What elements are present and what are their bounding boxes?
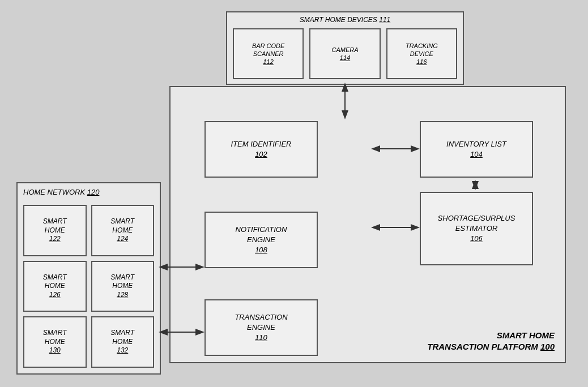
devices-id: 111 xyxy=(379,16,390,24)
camera-box: CAMERA114 xyxy=(309,28,380,79)
platform-box: ITEM IDENTIFIER102 INVENTORY LIST104 NOT… xyxy=(169,86,566,363)
inventory-list-id: 104 xyxy=(470,150,483,158)
diagram-wrapper: SMART HOME DEVICES 111 BAR CODESCANNER11… xyxy=(11,7,577,380)
devices-box: SMART HOME DEVICES 111 BAR CODESCANNER11… xyxy=(226,11,464,85)
devices-title: SMART HOME DEVICES 111 xyxy=(227,16,463,24)
transaction-engine-box: TRANSACTIONENGINE110 xyxy=(204,299,318,356)
barcode-scanner-box: BAR CODESCANNER112 xyxy=(233,28,304,79)
home-network-box: HOME NETWORK 120 SMARTHOME122 SMARTHOME1… xyxy=(16,182,161,375)
smart-home-128: SMARTHOME128 xyxy=(91,261,155,312)
smart-home-132: SMARTHOME132 xyxy=(91,316,155,368)
inventory-list-name: INVENTORY LIST xyxy=(446,140,506,148)
smart-home-124: SMARTHOME124 xyxy=(91,205,155,256)
item-identifier-box: ITEM IDENTIFIER102 xyxy=(204,121,318,178)
smart-home-122: SMARTHOME122 xyxy=(23,205,87,256)
tracking-device-box: TRACKINGDEVICE116 xyxy=(386,28,457,79)
item-identifier-name: ITEM IDENTIFIER xyxy=(231,140,292,148)
platform-label: SMART HOMETRANSACTION PLATFORM 100 xyxy=(427,330,555,352)
shortage-surplus-box: SHORTAGE/SURPLUSESTIMATOR106 xyxy=(420,192,533,265)
inventory-list-box: INVENTORY LIST104 xyxy=(420,121,533,178)
smart-grid: SMARTHOME122 SMARTHOME124 SMARTHOME126 S… xyxy=(23,205,154,368)
devices-title-text: SMART HOME DEVICES xyxy=(300,16,377,24)
network-title: HOME NETWORK 120 xyxy=(23,188,99,196)
smart-home-130: SMARTHOME130 xyxy=(23,316,87,368)
smart-home-126: SMARTHOME126 xyxy=(23,261,87,312)
notification-engine-box: NOTIFICATIONENGINE108 xyxy=(204,212,318,268)
devices-inner: BAR CODESCANNER112 CAMERA114 TRACKINGDEV… xyxy=(233,28,457,79)
item-identifier-id: 102 xyxy=(255,150,267,158)
